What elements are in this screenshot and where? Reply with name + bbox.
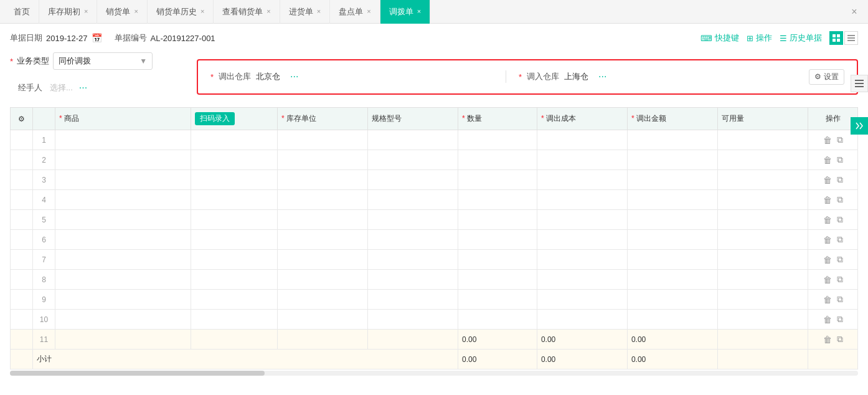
svg-rect-0 <box>833 34 836 37</box>
settings-label: 设置 <box>824 72 839 82</box>
layout-btn-1[interactable] <box>829 31 843 45</box>
row-product[interactable] <box>55 130 191 150</box>
business-type-value: 同价调拨 <box>59 55 136 67</box>
delete-icon[interactable]: 🗑 <box>823 135 832 145</box>
subtotal-amount: 0.00 <box>627 330 717 350</box>
col-header-settings[interactable]: ⚙ <box>11 108 33 130</box>
copy-icon[interactable]: ⧉ <box>837 274 843 285</box>
tab-sales-history-close[interactable]: × <box>200 8 204 15</box>
subtotal-row: 11 0.00 0.00 0.00 🗑⧉ <box>11 330 858 350</box>
copy-icon[interactable]: ⧉ <box>837 174 843 185</box>
window-close-button[interactable]: × <box>846 3 863 21</box>
table-row: 7🗑⧉ <box>11 250 858 270</box>
doc-num-value: AL-20191227-001 <box>151 34 215 43</box>
tab-inventory-init-label: 库存期初 <box>48 6 80 17</box>
tab-purchase-order[interactable]: 进货单 × <box>280 0 330 24</box>
copy-icon[interactable]: ⧉ <box>837 254 843 265</box>
row-unit[interactable] <box>278 130 368 150</box>
tab-purchase-order-close[interactable]: × <box>317 8 321 15</box>
business-type-label: 业务类型 <box>17 55 49 67</box>
tab-sales-history-label: 销货单历史 <box>156 6 197 17</box>
row-spec[interactable] <box>368 130 458 150</box>
tab-home[interactable]: 首页 <box>5 0 39 24</box>
tab-inventory-check-close[interactable]: × <box>367 8 370 15</box>
wh-out-required: * <box>210 72 214 82</box>
tab-transfer-order-close[interactable]: × <box>417 8 421 15</box>
table-row: 1🗑⧉ <box>11 130 858 150</box>
tab-transfer-order[interactable]: 调拨单 × <box>380 0 430 24</box>
scrollbar-thumb[interactable] <box>10 371 265 376</box>
tab-sales-order-close[interactable]: × <box>134 8 138 15</box>
tab-inventory-init[interactable]: 库存期初 × <box>39 0 97 24</box>
row-cost[interactable] <box>537 130 627 150</box>
tab-view-sales-label: 查看销货单 <box>222 6 263 17</box>
operation-button[interactable]: ⊞ 操作 <box>747 32 772 44</box>
delete-icon[interactable]: 🗑 <box>823 315 832 325</box>
history-icon: ☰ <box>780 34 787 43</box>
copy-icon[interactable]: ⧉ <box>837 334 843 345</box>
tab-inventory-check[interactable]: 盘点单 × <box>330 0 380 24</box>
wh-out-label: 调出仓库 <box>219 71 251 82</box>
tab-purchase-order-label: 进货单 <box>289 6 313 17</box>
table-row: 3🗑⧉ <box>11 170 858 190</box>
layout-btn-2[interactable] <box>844 31 858 45</box>
wh-in-more-icon[interactable]: ··· <box>598 71 606 82</box>
col-header-num <box>33 108 55 130</box>
history-button[interactable]: ☰ 历史单据 <box>780 32 822 44</box>
delete-icon[interactable]: 🗑 <box>823 195 832 205</box>
right-toolbar <box>851 75 868 135</box>
svg-rect-5 <box>847 37 855 39</box>
col-header-cost: * 调出成本 <box>537 108 627 130</box>
tab-sales-order-label: 销货单 <box>106 6 130 17</box>
person-label: 经手人 <box>18 82 42 93</box>
person-select[interactable]: 选择... <box>50 82 73 93</box>
person-more-icon[interactable]: ··· <box>79 82 87 93</box>
shortcut-button[interactable]: ⌨ 快捷键 <box>701 32 739 44</box>
table-row: 6🗑⧉ <box>11 230 858 250</box>
person-row: 经手人 选择... ··· <box>10 82 184 93</box>
delete-icon[interactable]: 🗑 <box>823 155 832 165</box>
copy-icon[interactable]: ⧉ <box>837 234 843 245</box>
scan-button[interactable]: 扫码录入 <box>195 112 235 125</box>
warehouse-settings-button[interactable]: ⚙ 设置 <box>809 69 844 85</box>
table-row: 9🗑⧉ <box>11 290 858 310</box>
tab-sales-order[interactable]: 销货单 × <box>97 0 147 24</box>
col-header-amount: * 调出金额 <box>627 108 717 130</box>
tab-view-sales[interactable]: 查看销货单 × <box>214 0 280 24</box>
delete-icon[interactable]: 🗑 <box>823 215 832 225</box>
copy-icon[interactable]: ⧉ <box>837 214 843 225</box>
col-header-qty: * 数量 <box>458 108 537 130</box>
business-type-required: * <box>10 57 13 66</box>
form-main-row: * 业务类型 同价调拨 ▼ 经手人 选择... ··· * 调出仓库 北京仓 <box>10 52 858 101</box>
tab-view-sales-close[interactable]: × <box>267 8 270 15</box>
delete-icon[interactable]: 🗑 <box>823 175 832 185</box>
tab-inventory-init-close[interactable]: × <box>84 8 88 15</box>
copy-icon[interactable]: ⧉ <box>837 294 843 305</box>
delete-icon[interactable]: 🗑 <box>823 295 832 305</box>
right-tool-expand[interactable] <box>851 117 868 135</box>
copy-icon[interactable]: ⧉ <box>837 155 843 165</box>
right-tool-list[interactable] <box>851 75 868 92</box>
calendar-icon[interactable]: 📅 <box>92 33 102 43</box>
copy-icon[interactable]: ⧉ <box>837 314 843 325</box>
copy-icon[interactable]: ⧉ <box>837 135 843 145</box>
row-amount[interactable] <box>627 130 717 150</box>
delete-icon[interactable]: 🗑 <box>823 255 832 265</box>
subtotal-cost: 0.00 <box>537 330 627 350</box>
wh-out-more-icon[interactable]: ··· <box>290 71 298 82</box>
table-row: 2🗑⧉ <box>11 150 858 170</box>
delete-icon[interactable]: 🗑 <box>823 235 832 245</box>
svg-rect-9 <box>855 86 864 87</box>
date-value: 2019-12-27 <box>46 34 88 43</box>
warehouse-divider <box>506 70 506 83</box>
tab-sales-history[interactable]: 销货单历史 × <box>148 0 214 24</box>
horizontal-scrollbar[interactable] <box>10 371 858 376</box>
copy-icon[interactable]: ⧉ <box>837 194 843 205</box>
row-num: 1 <box>33 130 55 150</box>
delete-icon[interactable]: 🗑 <box>823 335 832 345</box>
business-type-select[interactable]: 同价调拨 ▼ <box>53 52 153 70</box>
wh-out-value: 北京仓 <box>256 71 280 82</box>
delete-icon[interactable]: 🗑 <box>823 275 832 285</box>
row-qty[interactable] <box>458 130 537 150</box>
svg-rect-4 <box>847 35 855 36</box>
